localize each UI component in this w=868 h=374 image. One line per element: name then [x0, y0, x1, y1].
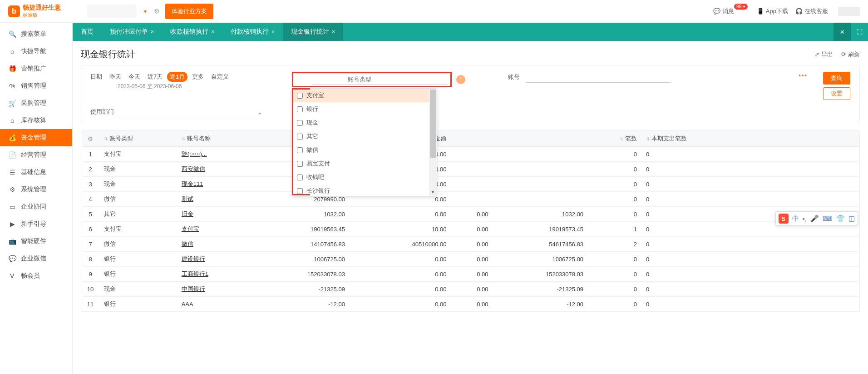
- nav-item-11[interactable]: ▶新手引导: [0, 215, 72, 233]
- dropdown-checkbox[interactable]: [297, 161, 303, 167]
- nav-icon: ☰: [8, 168, 16, 176]
- tab-close-icon[interactable]: ×: [332, 29, 335, 35]
- tab-close-icon[interactable]: ×: [211, 29, 214, 35]
- nav-item-10[interactable]: ▭企业协同: [0, 198, 72, 215]
- date-opt-3[interactable]: 近1月: [167, 72, 187, 82]
- dropdown-option-6[interactable]: 收钱吧: [292, 170, 437, 184]
- close-all-tabs-button[interactable]: ✕: [833, 23, 851, 41]
- nav-item-6[interactable]: 💰资金管理: [0, 129, 72, 146]
- nav-item-5[interactable]: ⌂库存核算: [0, 112, 72, 129]
- account-no-input[interactable]: [526, 72, 671, 83]
- ime-mic-icon[interactable]: 🎤: [810, 214, 819, 223]
- dropdown-option-4[interactable]: 微信: [292, 143, 437, 157]
- nav-item-12[interactable]: 📺智能硬件: [0, 233, 72, 250]
- account-name-link[interactable]: 西安微信: [182, 165, 205, 172]
- dropdown-checkbox[interactable]: [297, 188, 303, 194]
- tab-0[interactable]: 首页: [73, 23, 102, 41]
- nav-item-0[interactable]: 🔍搜索菜单: [0, 25, 72, 43]
- dept-input[interactable]: [118, 106, 255, 117]
- ime-toolbox-icon[interactable]: ◫: [848, 214, 855, 223]
- app-download-link[interactable]: 📱 App下载: [757, 7, 788, 15]
- account-name-link[interactable]: 中国银行: [182, 285, 205, 292]
- org-caret-icon[interactable]: ▾: [144, 8, 147, 15]
- dept-caret-icon[interactable]: ⌄: [257, 109, 262, 115]
- nav-item-8[interactable]: ☰基础信息: [0, 164, 72, 181]
- account-type-dropdown[interactable]: 支付宝银行现金其它微信易宝支付收钱吧长沙银行 ▾: [292, 88, 437, 196]
- account-name-link[interactable]: 陡(○○○)...: [182, 150, 207, 157]
- nav-icon: 📄: [8, 151, 16, 159]
- account-name-link[interactable]: AAA: [182, 301, 193, 308]
- account-name-link[interactable]: 支付宝: [182, 225, 199, 232]
- nav-item-13[interactable]: 💬企业微信: [0, 250, 72, 267]
- dropdown-checkbox[interactable]: [297, 134, 303, 140]
- dropdown-checkbox[interactable]: [297, 93, 303, 99]
- col-account-type[interactable]: ⇅账号类型: [99, 131, 177, 147]
- tab-2[interactable]: 收款核销执行×: [162, 23, 222, 41]
- ime-skin-icon[interactable]: 👕: [836, 214, 845, 223]
- dropdown-checkbox[interactable]: [297, 120, 303, 126]
- nav-item-4[interactable]: 🛒采购管理: [0, 95, 72, 112]
- messages-link[interactable]: 💬 消息 99 +: [713, 7, 750, 15]
- account-no-filter: 账号: [508, 72, 671, 83]
- tab-close-icon[interactable]: ×: [151, 29, 154, 35]
- ime-lang-label[interactable]: 中: [792, 214, 799, 223]
- date-opt-1[interactable]: 今天: [126, 72, 143, 82]
- nav-item-7[interactable]: 📄经营管理: [0, 146, 72, 164]
- account-name-link[interactable]: 微信: [182, 240, 193, 247]
- tab-4[interactable]: 现金银行统计×: [283, 23, 343, 41]
- tab-1[interactable]: 预付冲应付单×: [102, 23, 162, 41]
- tab-close-icon[interactable]: ×: [271, 29, 275, 35]
- account-name-link[interactable]: 现金111: [182, 180, 203, 187]
- col-income-count[interactable]: ⇅笔数: [588, 131, 641, 147]
- dropdown-checkbox[interactable]: [297, 106, 303, 112]
- ime-punct-icon[interactable]: •,: [803, 215, 807, 223]
- account-type-input[interactable]: [311, 74, 448, 85]
- table-settings-header[interactable]: ⚙: [81, 131, 99, 147]
- date-quick-options: 昨天今天近7天近1月更多自定义: [107, 72, 232, 82]
- date-opt-5[interactable]: 自定义: [208, 72, 232, 82]
- settings-button[interactable]: 设置: [823, 87, 850, 100]
- account-name-link[interactable]: 工商银行1: [182, 270, 208, 277]
- collapse-filters-button[interactable]: ˄: [456, 75, 465, 84]
- content: 现金银行统计 ↗ 导出 ⟳ 刷新 日期 昨天今天近7天近1月更多自定义 2023…: [73, 41, 868, 374]
- scrollbar-down-icon[interactable]: ▾: [429, 188, 437, 196]
- account-name-link[interactable]: 测试: [182, 195, 193, 202]
- try-industry-button[interactable]: 体验行业方案: [165, 4, 213, 19]
- query-button[interactable]: 查询: [823, 72, 850, 85]
- nav-item-9[interactable]: ⚙系统管理: [0, 181, 72, 198]
- dropdown-scrollbar[interactable]: ▾: [429, 89, 437, 196]
- tab-3[interactable]: 付款核销执行×: [222, 23, 283, 41]
- nav-item-1[interactable]: ⌂快捷导航: [0, 43, 72, 60]
- scrollbar-thumb[interactable]: [430, 90, 436, 158]
- org-selector[interactable]: [87, 5, 137, 18]
- nav-item-3[interactable]: 🛍销售管理: [0, 77, 72, 95]
- dropdown-option-7[interactable]: 长沙银行: [292, 184, 437, 196]
- ime-toolbar[interactable]: S 中 •, 🎤 ⌨ 👕 ◫: [775, 211, 858, 226]
- more-filters-button[interactable]: •••: [799, 72, 808, 79]
- settings-icon[interactable]: ⚙: [154, 8, 160, 15]
- ime-keyboard-icon[interactable]: ⌨: [823, 214, 833, 223]
- dropdown-checkbox[interactable]: [297, 147, 303, 153]
- dropdown-checkbox[interactable]: [297, 175, 303, 180]
- dropdown-option-3[interactable]: 其它: [292, 130, 437, 143]
- dropdown-option-1[interactable]: 银行: [292, 102, 437, 116]
- account-name-link[interactable]: 建设银行: [182, 255, 205, 262]
- phone-icon: 📱: [757, 8, 764, 15]
- fullscreen-button[interactable]: ⛶: [851, 23, 868, 41]
- user-avatar[interactable]: [838, 7, 860, 16]
- dropdown-option-5[interactable]: 易宝支付: [292, 157, 437, 170]
- date-opt-0[interactable]: 昨天: [107, 72, 124, 82]
- nav-item-2[interactable]: 🎁营销推广: [0, 60, 72, 77]
- refresh-button[interactable]: ⟳ 刷新: [841, 50, 860, 59]
- nav-icon: ⌂: [8, 47, 16, 55]
- col-expense-count[interactable]: ⇅本期支出笔数: [641, 131, 859, 147]
- online-cs-link[interactable]: 🎧 在线客服: [795, 7, 828, 15]
- col-account-name[interactable]: ⇅账号名称: [177, 131, 255, 147]
- dropdown-option-2[interactable]: 现金: [292, 116, 437, 130]
- account-name-link[interactable]: 旧金: [182, 210, 193, 217]
- nav-item-14[interactable]: Ⅴ畅会员: [0, 267, 72, 284]
- date-opt-4[interactable]: 更多: [189, 72, 207, 82]
- export-button[interactable]: ↗ 导出: [814, 50, 833, 59]
- dropdown-option-0[interactable]: 支付宝: [292, 89, 437, 102]
- date-opt-2[interactable]: 近7天: [145, 72, 165, 82]
